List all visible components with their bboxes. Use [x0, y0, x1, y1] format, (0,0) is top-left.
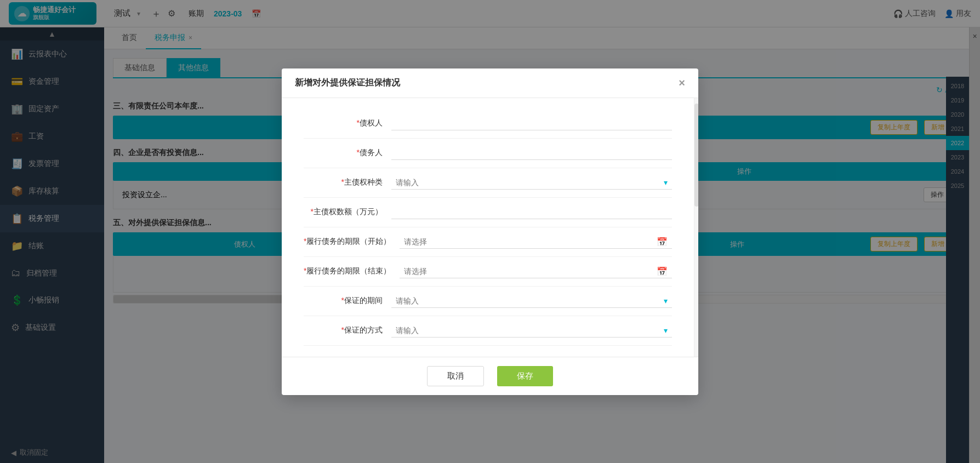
- required-star-7: *: [341, 296, 344, 305]
- required-star-8: *: [341, 325, 344, 334]
- required-star-2: *: [357, 148, 360, 157]
- dialog-header: 新增对外提供保证担保情况 ×: [282, 68, 698, 98]
- dialog-close-button[interactable]: ×: [679, 77, 685, 88]
- guarantee-period-select-wrap: ▾: [391, 294, 672, 308]
- required-star: *: [357, 118, 360, 127]
- guarantee-method-input[interactable]: [391, 324, 672, 338]
- required-star-6: *: [304, 266, 306, 275]
- required-star-5: *: [304, 237, 306, 245]
- period-start-input[interactable]: [400, 235, 672, 249]
- dialog-overlay: 新增对外提供保证担保情况 × *债权人 *债务人: [0, 0, 980, 463]
- form-label-period-start: *履行债务的期限（开始）: [304, 237, 400, 247]
- form-label-guarantee-method: *保证的方式: [304, 325, 391, 335]
- save-button[interactable]: 保存: [497, 366, 553, 386]
- form-label-debtor: *债务人: [304, 148, 391, 158]
- form-label-guarantee-period: *保证的期间: [304, 296, 391, 306]
- period-end-input[interactable]: [400, 265, 672, 278]
- required-star-4: *: [311, 207, 314, 216]
- period-start-date-wrap: 📅: [400, 235, 672, 249]
- dialog-body: *债权人 *债务人 *主债权种类: [282, 98, 694, 357]
- form-row-debtor: *债务人: [304, 139, 672, 168]
- creditor-type-select-wrap: ▾: [391, 176, 672, 190]
- form-row-period-end: *履行债务的期限（结束） 📅: [304, 257, 672, 287]
- debtor-input[interactable]: [391, 146, 672, 160]
- form-label-creditor-amount: *主债权数额（万元）: [304, 207, 391, 217]
- guarantee-method-select-wrap: ▾: [391, 324, 672, 338]
- period-end-date-wrap: 📅: [400, 265, 672, 278]
- form-row-guarantee-period: *保证的期间 ▾: [304, 287, 672, 316]
- creditor-type-input[interactable]: [391, 176, 672, 190]
- creditor-input[interactable]: [391, 117, 672, 130]
- dialog-footer: 取消 保存: [282, 357, 698, 395]
- form-row-creditor-type: *主债权种类 ▾: [304, 168, 672, 198]
- dialog-title: 新增对外提供保证担保情况: [295, 77, 400, 89]
- creditor-amount-input[interactable]: [391, 205, 672, 219]
- guarantee-period-input[interactable]: [391, 294, 672, 308]
- required-star-3: *: [341, 178, 344, 186]
- form-row-creditor-amount: *主债权数额（万元）: [304, 198, 672, 227]
- add-guarantee-dialog: 新增对外提供保证担保情况 × *债权人 *债务人: [282, 68, 698, 395]
- form-label-creditor: *债权人: [304, 118, 391, 128]
- form-label-period-end: *履行债务的期限（结束）: [304, 266, 400, 276]
- form-row-period-start: *履行债务的期限（开始） 📅: [304, 227, 672, 257]
- cancel-button[interactable]: 取消: [427, 366, 484, 386]
- form-row-creditor: *债权人: [304, 109, 672, 139]
- form-label-creditor-type: *主债权种类: [304, 178, 391, 187]
- form-row-guarantee-method: *保证的方式 ▾: [304, 316, 672, 346]
